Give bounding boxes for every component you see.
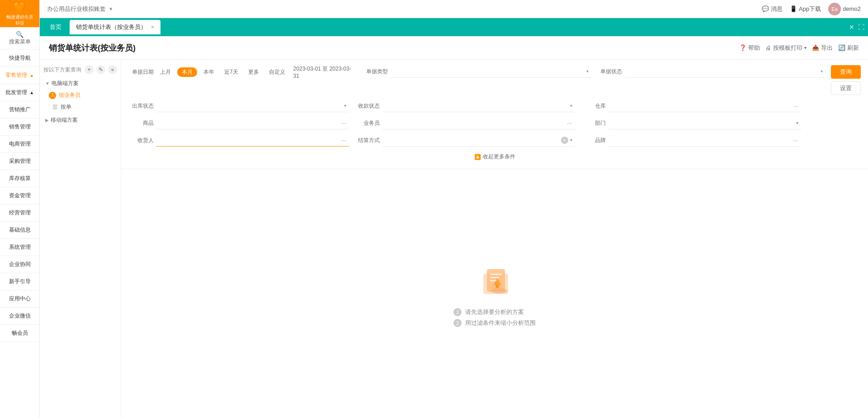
tab-close-btn[interactable]: × bbox=[151, 24, 154, 30]
sidebar-item-operations[interactable]: 经营管理 bbox=[0, 204, 39, 222]
doc-status-field[interactable]: ▾ bbox=[625, 65, 826, 78]
dept-field[interactable]: ▾ bbox=[609, 117, 801, 129]
app-logo[interactable]: 🧡 畅捷通好生意 标版 bbox=[0, 0, 40, 27]
left-panel-title: 按以下方案查询 bbox=[43, 66, 81, 74]
refresh-btn[interactable]: 🔄 刷新 bbox=[838, 44, 859, 52]
doc-status-label: 单据状态 bbox=[597, 68, 622, 76]
tab-home[interactable]: 首页 bbox=[43, 20, 68, 34]
tab-active[interactable]: 销货单统计表（按业务员） × bbox=[70, 20, 160, 34]
page-actions: ❓ 帮助 🖨 按模板打印 ▾ 📤 导出 🔄 刷新 bbox=[739, 44, 859, 52]
payment-status-arrow: ▾ bbox=[570, 103, 572, 108]
tab-close-all-btn[interactable]: ✕ bbox=[849, 24, 854, 31]
print-btn[interactable]: 🖨 按模板打印 ▾ bbox=[765, 44, 807, 52]
payment-status-field[interactable]: ▾ bbox=[382, 100, 575, 112]
goods-label: 商品 bbox=[128, 119, 154, 127]
last-month-btn[interactable]: 上月 bbox=[156, 67, 175, 77]
more-dates-btn[interactable]: 更多 bbox=[245, 67, 263, 77]
pc-scheme-label: 电脑端方案 bbox=[52, 80, 79, 87]
search-menu-label: 搜索菜单 bbox=[0, 38, 39, 46]
logo-icon: 🧡 bbox=[14, 1, 26, 13]
export-btn[interactable]: 📤 导出 bbox=[812, 44, 833, 52]
export-label: 导出 bbox=[821, 44, 833, 52]
tab-bar: 首页 销货单统计表（按业务员） × ✕ ⛶ bbox=[40, 18, 868, 36]
sidebar-item-quick-nav[interactable]: 快捷导航 bbox=[0, 50, 39, 67]
brand-label: 品牌 bbox=[580, 137, 606, 144]
this-year-btn[interactable]: 本年 bbox=[200, 67, 218, 77]
right-form: 单据日期 上月 本月 本年 近7天 更多 自定义 2023-03-01 至 20… bbox=[121, 60, 868, 418]
refresh-label: 刷新 bbox=[847, 44, 859, 52]
payment-method-arrow: ▾ bbox=[570, 138, 572, 142]
doc-type-label: 单据类型 bbox=[363, 68, 388, 76]
doc-status-arrow: ▾ bbox=[821, 69, 823, 74]
last7days-btn[interactable]: 近7天 bbox=[221, 67, 242, 77]
add-scheme-btn[interactable]: + bbox=[85, 65, 94, 74]
help-btn[interactable]: ❓ 帮助 bbox=[739, 44, 760, 52]
tab-fullscreen-btn[interactable]: ⛶ bbox=[858, 24, 864, 31]
sidebar-item-retail[interactable]: 零售管理 ▲ bbox=[0, 67, 39, 84]
scheme-salesman-icon: 人 bbox=[49, 92, 56, 99]
pc-scheme-header[interactable]: ▼ 电脑端方案 bbox=[43, 78, 117, 89]
app-download-btn[interactable]: 📱 App下载 bbox=[790, 5, 821, 13]
setting-btn[interactable]: 设置 bbox=[831, 81, 861, 95]
sidebar-item-ecommerce[interactable]: 电商管理 bbox=[0, 136, 39, 153]
warehouse-field[interactable]: ··· bbox=[609, 100, 801, 112]
doc-type-field[interactable]: ▾ bbox=[391, 65, 591, 78]
sidebar-item-purchase[interactable]: 采购管理 bbox=[0, 153, 39, 170]
sidebar-item-wechat[interactable]: 企业微信 bbox=[0, 308, 39, 325]
collapse-btn[interactable]: 🔼 收起更多条件 bbox=[471, 152, 519, 162]
sidebar-item-guide[interactable]: 新手引导 bbox=[0, 273, 39, 290]
collapse-panel-btn[interactable]: « bbox=[108, 65, 117, 74]
this-month-btn[interactable]: 本月 bbox=[177, 67, 197, 77]
receiver-field[interactable]: ··· bbox=[156, 134, 349, 147]
tab-bar-actions: ✕ ⛶ bbox=[849, 24, 864, 31]
payment-method-field[interactable]: ✕ ▾ bbox=[382, 134, 575, 147]
scheme-salesman-label: 按业务员 bbox=[59, 91, 80, 99]
page-content: 销货单统计表(按业务员) ❓ 帮助 🖨 按模板打印 ▾ 📤 导出 🔄 刷新 bbox=[40, 36, 868, 418]
message-btn[interactable]: 💬 消息 bbox=[762, 5, 783, 13]
receiver-dots: ··· bbox=[341, 137, 346, 144]
avatar-text: Ea bbox=[832, 6, 838, 12]
out-status-field[interactable]: ▾ bbox=[156, 100, 349, 112]
brand-dots: ··· bbox=[793, 137, 798, 144]
mobile-scheme[interactable]: ▶ 移动端方案 bbox=[43, 114, 117, 126]
user-name: demo2 bbox=[843, 5, 861, 12]
payment-method-clear-btn[interactable]: ✕ bbox=[561, 137, 568, 144]
download-icon: 📱 bbox=[790, 5, 797, 12]
warehouse-label: 仓库 bbox=[580, 102, 606, 110]
goods-field[interactable]: ··· bbox=[156, 117, 349, 129]
salesman-field[interactable]: ··· bbox=[382, 117, 575, 129]
sidebar-item-enterprise[interactable]: 企业协同 bbox=[0, 256, 39, 273]
sidebar-item-finance[interactable]: 资金管理 bbox=[0, 187, 39, 204]
sidebar-item-marketing[interactable]: 营销推广 bbox=[0, 101, 39, 119]
empty-tip-1: 1 请先选择要分析的方案 bbox=[453, 308, 536, 316]
message-icon: 💬 bbox=[762, 5, 769, 12]
sidebar-item-inventory[interactable]: 库存核算 bbox=[0, 170, 39, 187]
sidebar-item-wholesale[interactable]: 批发管理 ▲ bbox=[0, 84, 39, 101]
empty-tips: 1 请先选择要分析的方案 2 用过滤条件来缩小分析范围 bbox=[453, 308, 536, 327]
empty-tip-2: 2 用过滤条件来缩小分析范围 bbox=[453, 319, 536, 327]
left-panel-header: 按以下方案查询 + ✎ « bbox=[43, 65, 117, 74]
sidebar-search[interactable]: 🔍 搜索菜单 bbox=[0, 27, 39, 50]
brand-field[interactable]: ··· bbox=[609, 134, 801, 147]
edit-scheme-btn[interactable]: ✎ bbox=[96, 65, 105, 74]
user-profile-btn[interactable]: Ea demo2 bbox=[828, 3, 861, 15]
scheme-order-icon: ☰ bbox=[52, 104, 58, 110]
scheme-item-salesman[interactable]: 人 按业务员 bbox=[43, 89, 117, 101]
tip-text-2: 用过滤条件来缩小分析范围 bbox=[465, 319, 536, 327]
sidebar: 🧡 畅捷通好生意 标版 🔍 搜索菜单 快捷导航 零售管理 ▲ 批发管理 ▲ 营销… bbox=[0, 0, 40, 418]
query-btn[interactable]: 查询 bbox=[831, 65, 861, 79]
scheme-sub-item-order[interactable]: ☰ 按单 bbox=[43, 101, 117, 113]
sidebar-item-system[interactable]: 系统管理 bbox=[0, 239, 39, 256]
date-filter: 上月 本月 本年 近7天 更多 自定义 bbox=[156, 67, 289, 77]
help-label: 帮助 bbox=[748, 44, 760, 52]
sidebar-item-basic[interactable]: 基础信息 bbox=[0, 222, 39, 239]
collapse-btn-row: 🔼 收起更多条件 bbox=[128, 149, 861, 165]
sidebar-item-apps[interactable]: 应用中心 bbox=[0, 290, 39, 308]
dropdown-icon[interactable]: ▾ bbox=[109, 5, 113, 12]
empty-illustration bbox=[474, 260, 515, 301]
custom-date-btn[interactable]: 自定义 bbox=[265, 67, 289, 77]
sidebar-item-member[interactable]: 畅会员 bbox=[0, 325, 39, 342]
pc-scheme-arrow: ▼ bbox=[45, 81, 50, 86]
collapse-up-icon: 🔼 bbox=[474, 154, 481, 160]
sidebar-item-sales[interactable]: 销售管理 bbox=[0, 119, 39, 136]
